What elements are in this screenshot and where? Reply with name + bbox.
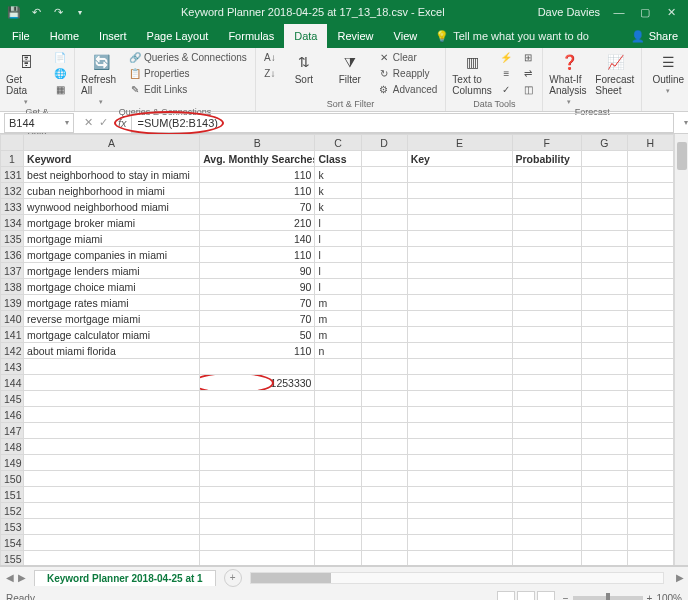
cell-class[interactable]: l (315, 247, 361, 263)
cell-searches[interactable]: 90 (200, 263, 315, 279)
cell[interactable] (24, 455, 200, 471)
cell[interactable] (581, 423, 627, 439)
row-header[interactable]: 137 (1, 263, 24, 279)
cell[interactable] (407, 295, 512, 311)
cell[interactable] (581, 343, 627, 359)
minimize-icon[interactable]: — (608, 6, 630, 19)
cell[interactable] (627, 439, 673, 455)
horizontal-scrollbar[interactable] (250, 572, 664, 584)
row-header[interactable]: 135 (1, 231, 24, 247)
refresh-all-button[interactable]: 🔄Refresh All▾ (81, 50, 121, 106)
cell-class[interactable]: m (315, 295, 361, 311)
clear-button[interactable]: ✕Clear (376, 50, 439, 64)
cell[interactable] (512, 487, 581, 503)
cell-keyword[interactable]: mortgage calculator miami (24, 327, 200, 343)
scroll-thumb[interactable] (677, 142, 687, 170)
cell[interactable] (627, 215, 673, 231)
col-header-C[interactable]: C (315, 135, 361, 151)
cell[interactable] (581, 279, 627, 295)
cell[interactable] (24, 375, 200, 391)
sheet-nav-prev-icon[interactable]: ◀ (6, 572, 14, 583)
cell[interactable] (512, 423, 581, 439)
cell[interactable] (361, 455, 407, 471)
sort-az-button[interactable]: A↓ (262, 50, 278, 64)
cell[interactable] (627, 407, 673, 423)
cell[interactable] (200, 359, 315, 375)
cell[interactable] (24, 487, 200, 503)
tab-review[interactable]: Review (327, 24, 383, 48)
cell[interactable] (512, 295, 581, 311)
cell[interactable] (315, 439, 361, 455)
cell[interactable] (361, 311, 407, 327)
cell[interactable] (200, 439, 315, 455)
cell[interactable] (361, 263, 407, 279)
cell[interactable] (407, 375, 512, 391)
cell[interactable] (315, 375, 361, 391)
view-normal-button[interactable] (497, 591, 515, 600)
cell[interactable] (407, 183, 512, 199)
cell-searches[interactable]: 70 (200, 311, 315, 327)
cell-class[interactable]: k (315, 183, 361, 199)
cell[interactable] (581, 455, 627, 471)
cell[interactable] (512, 327, 581, 343)
tab-formulas[interactable]: Formulas (218, 24, 284, 48)
cell[interactable] (512, 551, 581, 566)
col-header-F[interactable]: F (512, 135, 581, 151)
cell-keyword[interactable]: mortgage rates miami (24, 295, 200, 311)
cell[interactable] (581, 263, 627, 279)
hscroll-right-icon[interactable]: ▶ (672, 572, 688, 583)
cell[interactable] (407, 471, 512, 487)
vertical-scrollbar[interactable] (674, 134, 688, 565)
cell[interactable] (200, 455, 315, 471)
cell[interactable] (361, 487, 407, 503)
cell-class[interactable]: k (315, 199, 361, 215)
cell-searches[interactable]: 90 (200, 279, 315, 295)
get-data-button[interactable]: 🗄Get Data▾ (6, 50, 46, 106)
cell[interactable] (512, 503, 581, 519)
cell[interactable] (315, 519, 361, 535)
cell[interactable] (361, 375, 407, 391)
tell-me[interactable]: 💡Tell me what you want to do (427, 24, 620, 48)
col-header-H[interactable]: H (627, 135, 673, 151)
consolidate-button[interactable]: ⊞ (520, 50, 536, 64)
cell[interactable] (315, 551, 361, 566)
cell[interactable] (512, 279, 581, 295)
cell-keyword[interactable]: reverse mortgage miami (24, 311, 200, 327)
cell[interactable] (407, 487, 512, 503)
cell-searches[interactable]: 140 (200, 231, 315, 247)
row-header[interactable]: 1 (1, 151, 24, 167)
header-probability[interactable]: Probability (512, 151, 581, 167)
cell[interactable] (315, 391, 361, 407)
row-header[interactable]: 145 (1, 391, 24, 407)
redo-icon[interactable]: ↷ (50, 4, 66, 20)
cell[interactable] (627, 247, 673, 263)
cell[interactable] (407, 215, 512, 231)
cell[interactable] (24, 535, 200, 551)
sheet-tab[interactable]: Keyword Planner 2018-04-25 at 1 (34, 570, 216, 586)
formula-expand-icon[interactable]: ▾ (680, 118, 688, 127)
cell[interactable] (200, 535, 315, 551)
cell-keyword[interactable]: mortgage broker miami (24, 215, 200, 231)
properties-button[interactable]: 📋Properties (127, 66, 249, 80)
cell[interactable] (361, 535, 407, 551)
cell-keyword[interactable]: cuban neighborhood in miami (24, 183, 200, 199)
fx-icon[interactable]: fx (114, 117, 131, 129)
row-header[interactable]: 148 (1, 439, 24, 455)
cell-keyword[interactable]: best neighborhood to stay in miami (24, 167, 200, 183)
cell-searches[interactable]: 210 (200, 215, 315, 231)
cell[interactable] (361, 215, 407, 231)
cell[interactable] (627, 327, 673, 343)
cell[interactable] (627, 551, 673, 566)
cell[interactable] (627, 359, 673, 375)
zoom-slider[interactable] (573, 596, 643, 600)
cell[interactable] (315, 471, 361, 487)
cell[interactable] (361, 519, 407, 535)
sheet-nav-next-icon[interactable]: ▶ (18, 572, 26, 583)
cell[interactable] (407, 263, 512, 279)
name-box[interactable]: B144▾ (4, 113, 74, 133)
cell-sum[interactable]: 1253330 (200, 375, 315, 391)
row-header[interactable]: 147 (1, 423, 24, 439)
row-header[interactable]: 134 (1, 215, 24, 231)
cell[interactable] (315, 535, 361, 551)
sort-button[interactable]: ⇅Sort (284, 50, 324, 85)
